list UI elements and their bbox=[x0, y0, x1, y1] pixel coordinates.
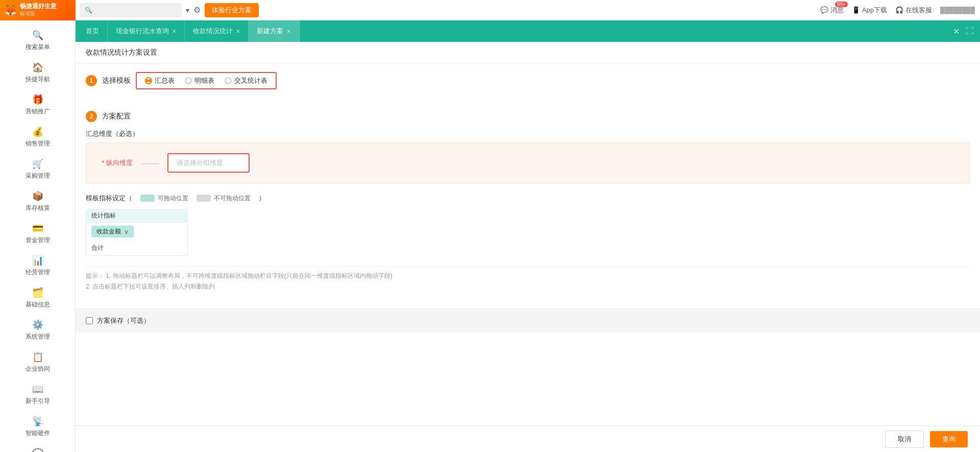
page-inner: 收款情况统计方案设置 1 选择模板 bbox=[76, 42, 980, 425]
save-plan-checkbox[interactable] bbox=[86, 317, 93, 324]
hint-non-draggable: 不可拖动位置 bbox=[197, 194, 251, 203]
quick-nav-icon: 🏠 bbox=[32, 62, 43, 73]
sidebar-item-marketing[interactable]: 🎁 营销推广 bbox=[0, 89, 75, 121]
window-close-btn[interactable]: ✕ bbox=[953, 27, 960, 36]
message-badge[interactable]: 💬 消息 99+ bbox=[820, 6, 844, 15]
sidebar-item-basic-info[interactable]: 🗂️ 基础信息 bbox=[0, 282, 75, 314]
user-info[interactable]: ████████ bbox=[940, 7, 975, 14]
trial-btn[interactable]: 体验行业方案 bbox=[205, 3, 259, 17]
wechat-icon: 💬 bbox=[32, 448, 43, 452]
step1-section: 1 选择模板 汇总表 bbox=[76, 64, 980, 106]
logo-icon: 🦊 bbox=[4, 4, 17, 16]
sidebar-label-quick-nav: 快捷导航 bbox=[26, 75, 50, 84]
sidebar-item-inventory[interactable]: 📦 库存核算 bbox=[0, 185, 75, 218]
header-right: 💬 消息 99+ 📱 App下载 🎧 在线客服 ████████ bbox=[820, 6, 975, 15]
metrics-hint-row: 模板指标设定（ 可拖动位置 不可拖动位置 ） bbox=[86, 194, 970, 203]
cancel-button[interactable]: 取消 bbox=[885, 431, 924, 448]
tab-bank-flow-close[interactable]: × bbox=[172, 27, 176, 35]
guide-icon: 📖 bbox=[32, 384, 43, 395]
settings-gear-btn[interactable]: ⚙ bbox=[193, 5, 201, 15]
tab-receivable-stats-close[interactable]: × bbox=[236, 27, 240, 35]
app-icon: 📱 bbox=[852, 6, 860, 14]
page-title-bar: 收款情况统计方案设置 bbox=[76, 42, 980, 64]
sidebar-item-system[interactable]: ⚙️ 系统管理 bbox=[0, 314, 75, 346]
step2-header: 2 方案配置 bbox=[86, 111, 970, 122]
radio-summary-label: 汇总表 bbox=[155, 76, 175, 85]
window-expand-btn[interactable]: ⛶ bbox=[966, 27, 974, 36]
header-search-bar[interactable]: 🔍 bbox=[80, 3, 182, 17]
content-area: 首页 现金银行流水查询 × 收款情况统计 × 新建方案 × ✕ ⛶ bbox=[76, 20, 980, 452]
step1-header: 1 选择模板 汇总表 bbox=[86, 72, 970, 89]
page-title: 收款情况统计方案设置 bbox=[86, 48, 157, 56]
vertical-dimension-label: * 纵向维度 bbox=[102, 158, 133, 168]
step1-label: 选择模板 bbox=[102, 76, 131, 85]
sidebar-label-purchase: 采购管理 bbox=[26, 172, 50, 180]
metrics-hint-close: ） bbox=[259, 194, 265, 203]
chip-label: 收款金额 bbox=[96, 227, 121, 236]
sidebar-item-sales[interactable]: 💰 销售管理 bbox=[0, 121, 75, 153]
sidebar-item-corp-collab[interactable]: 📋 企业协同 bbox=[0, 346, 75, 378]
tab-window-btns: ✕ ⛶ bbox=[947, 20, 980, 42]
online-service-btn[interactable]: 🎧 在线客服 bbox=[895, 6, 932, 15]
dimension-area: * 纵向维度 —— 请选择分组维度 bbox=[86, 142, 970, 183]
template-select-area-wrapper: 选择模板 bbox=[102, 76, 131, 84]
chip-dropdown-arrow[interactable]: ∨ bbox=[124, 228, 129, 235]
sidebar-label-inventory: 库存核算 bbox=[26, 204, 50, 212]
sidebar-item-wechat[interactable]: 💬 企业微信 bbox=[0, 443, 75, 452]
sidebar-item-guide[interactable]: 📖 新手引导 bbox=[0, 378, 75, 411]
sidebar-label-marketing: 营销推广 bbox=[26, 107, 50, 116]
hint-draggable: 可拖动位置 bbox=[140, 194, 188, 203]
headset-icon: 🎧 bbox=[895, 6, 903, 14]
sidebar-item-search-menu[interactable]: 🔍 搜索菜单 bbox=[0, 25, 75, 57]
radio-detail[interactable]: 明细表 bbox=[185, 76, 214, 85]
sidebar: 🔍 搜索菜单 🏠 快捷导航 🎁 营销推广 💰 销售管理 🛒 采购管理 📦 库存核… bbox=[0, 20, 76, 452]
radio-summary-circle bbox=[145, 77, 152, 84]
dimension-select-placeholder: 请选择分组维度 bbox=[177, 159, 223, 166]
receivable-amount-chip[interactable]: 收款金额 ∨ bbox=[91, 226, 134, 237]
tip-1: 提示： 1. 拖动标题栏可以调整布局，不可跨维度或指标区域拖动栏目字段(只能在同… bbox=[86, 272, 970, 280]
finance-icon: 💳 bbox=[32, 223, 43, 234]
sidebar-label-finance: 资金管理 bbox=[26, 236, 50, 245]
radio-summary[interactable]: 汇总表 bbox=[145, 76, 175, 85]
sidebar-item-smart-hw[interactable]: 📡 智能硬件 bbox=[0, 411, 75, 443]
logo-sub: 标准版 bbox=[20, 10, 57, 17]
stats-section-label: 统计指标 bbox=[91, 212, 116, 219]
sidebar-item-finance[interactable]: 💳 资金管理 bbox=[0, 218, 75, 250]
save-plan-label: 方案保存（可选） bbox=[97, 316, 150, 325]
sidebar-item-purchase[interactable]: 🛒 采购管理 bbox=[0, 153, 75, 185]
tab-home-label: 首页 bbox=[86, 27, 99, 36]
sidebar-item-quick-nav[interactable]: 🏠 快捷导航 bbox=[0, 57, 75, 89]
radio-cross[interactable]: 交叉统计表 bbox=[225, 76, 267, 85]
marketing-icon: 🎁 bbox=[32, 94, 43, 105]
draggable-label: 可拖动位置 bbox=[158, 194, 188, 203]
sidebar-label-operation: 经营管理 bbox=[26, 268, 50, 277]
sales-icon: 💰 bbox=[32, 126, 43, 137]
logo-text: 畅捷通好生意 bbox=[20, 3, 57, 10]
query-button[interactable]: 查询 bbox=[930, 431, 968, 447]
bottom-action-bar: 取消 查询 bbox=[76, 425, 980, 452]
dimension-title: 汇总维度（必选） bbox=[86, 130, 139, 137]
tab-home[interactable]: 首页 bbox=[76, 20, 108, 42]
sidebar-label-system: 系统管理 bbox=[26, 332, 50, 341]
message-count: 99+ bbox=[835, 2, 848, 7]
tab-new-plan[interactable]: 新建方案 × bbox=[249, 20, 299, 42]
header-dropdown-btn[interactable]: ▾ bbox=[186, 6, 189, 14]
sidebar-item-operation[interactable]: 📊 经营管理 bbox=[0, 250, 75, 282]
radio-cross-circle bbox=[225, 77, 232, 84]
template-select-box: 汇总表 明细表 交叉统计表 bbox=[136, 72, 277, 89]
basic-info-icon: 🗂️ bbox=[32, 287, 43, 298]
tab-new-plan-close[interactable]: × bbox=[286, 27, 290, 35]
stats-chip-row: 收款金额 ∨ bbox=[86, 223, 187, 241]
vertical-dimension-row: * 纵向维度 —— 请选择分组维度 bbox=[102, 153, 954, 173]
online-service-label: 在线客服 bbox=[905, 6, 932, 15]
tab-bank-flow[interactable]: 现金银行流水查询 × bbox=[108, 20, 185, 42]
app-download-btn[interactable]: 📱 App下载 bbox=[852, 6, 887, 15]
dimension-select-dropdown[interactable]: 请选择分组维度 bbox=[167, 153, 250, 173]
inventory-icon: 📦 bbox=[32, 191, 43, 202]
tab-bar: 首页 现金银行流水查询 × 收款情况统计 × 新建方案 × ✕ ⛶ bbox=[76, 20, 980, 42]
tab-receivable-stats[interactable]: 收款情况统计 × bbox=[185, 20, 249, 42]
tip-2: 2. 点击标题栏下拉可设置排序、插入列和删除列 bbox=[86, 282, 970, 291]
stats-area: 统计指标 收款金额 ∨ 合计 bbox=[86, 209, 188, 256]
search-menu-icon: 🔍 bbox=[32, 30, 43, 41]
page-footer: 方案保存（可选） bbox=[76, 308, 980, 332]
